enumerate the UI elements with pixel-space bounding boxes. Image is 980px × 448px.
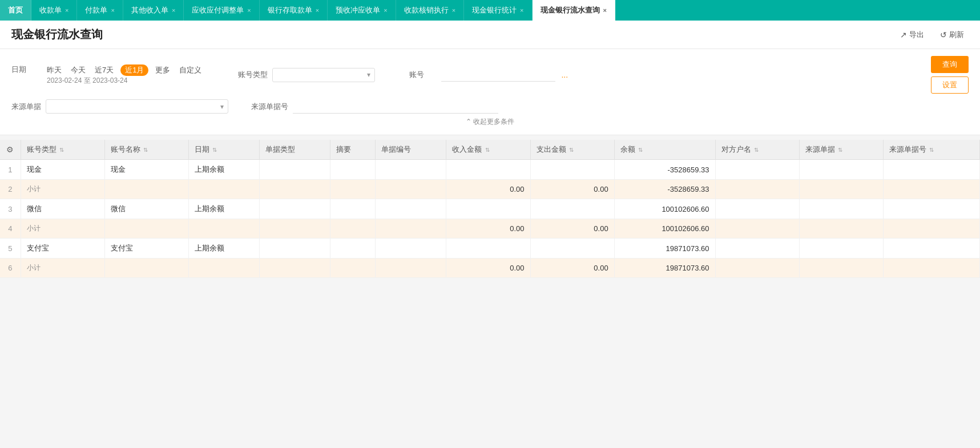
shortcut-yesterday[interactable]: 昨天	[45, 64, 64, 76]
row-source-doc-no	[883, 239, 979, 259]
col-counterpart[interactable]: 对方户名 ⇅	[715, 140, 799, 160]
source-doc-select[interactable]	[46, 99, 228, 114]
row-source-doc	[799, 160, 883, 180]
settings-button[interactable]: 设置	[931, 76, 969, 94]
nav-tab-advance-offset[interactable]: 预收冲应收单 ×	[328, 0, 396, 21]
table-area: ⚙ 账号类型 ⇅ 账号名称 ⇅ 日期 ⇅ 单据类型 摘要	[0, 140, 980, 278]
row-index: 6	[0, 259, 21, 278]
shortcut-7days[interactable]: 近7天	[92, 64, 116, 76]
nav-tab-ap-adjustment[interactable]: 应收应付调整单 ×	[184, 0, 259, 21]
shortcut-today[interactable]: 今天	[68, 64, 88, 76]
row-source-doc	[799, 219, 883, 239]
row-source-doc	[799, 180, 883, 199]
query-button[interactable]: 查询	[931, 56, 969, 73]
col-date[interactable]: 日期 ⇅	[188, 140, 259, 160]
collapse-bar[interactable]: ⌃ 收起更多条件	[11, 114, 969, 128]
row-balance: 100102606.60	[614, 199, 715, 219]
account-label: 账号	[409, 70, 438, 80]
row-counterpart	[715, 199, 799, 219]
row-expense	[530, 160, 614, 180]
row-account-name: 现金	[104, 160, 188, 180]
close-tab-receipt[interactable]: ×	[65, 7, 68, 14]
nav-tab-other-income[interactable]: 其他收入单 ×	[123, 0, 184, 21]
table-row[interactable]: 5支付宝支付宝上期余额19871073.60	[0, 239, 980, 259]
shortcut-more[interactable]: 更多	[153, 64, 172, 76]
table-row[interactable]: 3微信微信上期余额100102606.60	[0, 199, 980, 219]
row-index: 2	[0, 180, 21, 199]
close-tab-ap-adjustment[interactable]: ×	[247, 7, 251, 14]
close-tab-collection-verify[interactable]: ×	[452, 7, 455, 14]
row-doc-number	[376, 259, 446, 278]
col-expense[interactable]: 支出金额 ⇅	[530, 140, 614, 160]
account-input[interactable]	[441, 68, 555, 82]
account-type-select[interactable]: 现金 微信 支付宝	[272, 68, 375, 82]
close-tab-cash-bank-flow[interactable]: ×	[603, 7, 607, 14]
close-tab-other-income[interactable]: ×	[172, 7, 175, 14]
table-row[interactable]: 2小计0.000.00-3528659.33	[0, 180, 980, 199]
page-header: 现金银行流水查询 ↗ 导出 ↺ 刷新	[0, 21, 980, 49]
row-index: 3	[0, 199, 21, 219]
row-expense	[530, 239, 614, 259]
table-row[interactable]: 1现金现金上期余额-3528659.33	[0, 160, 980, 180]
col-account-type[interactable]: 账号类型 ⇅	[21, 140, 104, 160]
row-counterpart	[715, 219, 799, 239]
close-tab-cash-bank-stats[interactable]: ×	[520, 7, 523, 14]
row-date	[188, 219, 259, 239]
close-tab-advance-offset[interactable]: ×	[384, 7, 387, 14]
nav-home[interactable]: 首页	[0, 0, 31, 21]
row-account-type: 支付宝	[21, 239, 104, 259]
filter-area: 日期 昨天 今天 近7天 近1月 更多 自定义 2023-02-24 至 202…	[0, 49, 980, 135]
close-tab-bank-deposit[interactable]: ×	[316, 7, 319, 14]
col-gear[interactable]: ⚙	[0, 140, 21, 160]
row-account-type: 微信	[21, 199, 104, 219]
row-summary	[330, 180, 376, 199]
nav-tab-bank-deposit[interactable]: 银行存取款单 ×	[260, 0, 328, 21]
nav-tab-receipt[interactable]: 收款单 ×	[31, 0, 77, 21]
table-row[interactable]: 6小计0.000.0019871073.60	[0, 259, 980, 278]
col-source-doc-no[interactable]: 来源单据号 ⇅	[883, 140, 979, 160]
row-source-doc-no	[883, 259, 979, 278]
row-income	[446, 239, 530, 259]
row-income: 0.00	[446, 259, 530, 278]
close-tab-payment[interactable]: ×	[111, 7, 114, 14]
refresh-button[interactable]: ↺ 刷新	[935, 27, 969, 42]
shortcut-custom[interactable]: 自定义	[177, 64, 204, 76]
table-row[interactable]: 4小计0.000.00100102606.60	[0, 219, 980, 239]
row-index: 5	[0, 239, 21, 259]
col-source-doc[interactable]: 来源单据 ⇅	[799, 140, 883, 160]
data-table: ⚙ 账号类型 ⇅ 账号名称 ⇅ 日期 ⇅ 单据类型 摘要	[0, 140, 980, 278]
nav-tab-collection-verify[interactable]: 收款核销执行 ×	[396, 0, 464, 21]
col-doc-type: 单据类型	[259, 140, 330, 160]
row-account-type: 小计	[21, 219, 104, 239]
nav-tab-cash-bank-stats[interactable]: 现金银行统计 ×	[464, 0, 532, 21]
source-doc-number-input[interactable]	[293, 100, 498, 114]
account-type-select-wrapper: 现金 微信 支付宝	[272, 68, 375, 82]
gear-icon[interactable]: ⚙	[6, 145, 14, 154]
sort-counterpart-icon: ⇅	[754, 147, 759, 153]
row-doc-type	[259, 219, 330, 239]
row-income: 0.00	[446, 219, 530, 239]
export-button[interactable]: ↗ 导出	[896, 27, 929, 42]
filter-row-2: 来源单据 来源单据号	[11, 99, 969, 114]
action-buttons: 查询 设置	[931, 56, 969, 94]
col-income[interactable]: 收入金额 ⇅	[446, 140, 530, 160]
row-date	[188, 259, 259, 278]
row-summary	[330, 160, 376, 180]
row-doc-number	[376, 219, 446, 239]
shortcut-1month[interactable]: 近1月	[120, 64, 148, 76]
row-index: 1	[0, 160, 21, 180]
sort-account-type-icon: ⇅	[59, 147, 64, 153]
account-dots[interactable]: ...	[561, 70, 568, 79]
col-balance[interactable]: 余额 ⇅	[614, 140, 715, 160]
nav-tab-cash-bank-flow[interactable]: 现金银行流水查询 ×	[533, 0, 615, 21]
row-balance: 19871073.60	[614, 259, 715, 278]
date-range-display: 2023-02-24 至 2023-03-24	[47, 76, 204, 86]
row-doc-type	[259, 239, 330, 259]
row-expense: 0.00	[530, 219, 614, 239]
row-source-doc	[799, 199, 883, 219]
col-account-name[interactable]: 账号名称 ⇅	[104, 140, 188, 160]
sort-source-doc-no-icon: ⇅	[929, 147, 934, 153]
nav-tab-payment[interactable]: 付款单 ×	[77, 0, 123, 21]
row-summary	[330, 199, 376, 219]
source-doc-number-label: 来源单据号	[251, 102, 288, 112]
